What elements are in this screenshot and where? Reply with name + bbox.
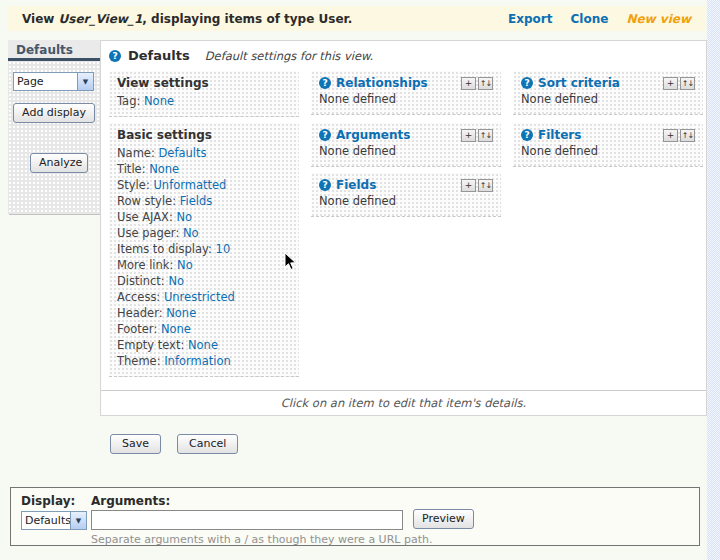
setting-row-theme: Theme: Information (117, 353, 291, 369)
row-style-value-link[interactable]: Fields (180, 194, 213, 208)
clone-link[interactable]: Clone (571, 12, 609, 26)
display-heading-title: Defaults (128, 48, 190, 63)
help-icon[interactable]: ? (109, 50, 121, 62)
sort-criteria-box: ? Sort criteria + ↑↓ None defined (513, 71, 703, 115)
name-value-link[interactable]: Defaults (158, 146, 206, 160)
setting-row-title: Title: None (117, 161, 291, 177)
chevron-down-icon[interactable]: ▼ (77, 73, 93, 90)
header-value-link[interactable]: None (166, 306, 196, 320)
add-icon[interactable]: + (663, 77, 678, 90)
rearrange-icon[interactable]: ↑↓ (478, 129, 493, 142)
add-icon[interactable]: + (461, 129, 476, 142)
add-display-button[interactable]: Add display (13, 103, 95, 123)
arguments-label: Arguments: (91, 494, 170, 508)
use-ajax-value-link[interactable]: No (176, 210, 192, 224)
items-to-display-value-link[interactable]: 10 (216, 242, 231, 256)
view-settings-box: View settings Tag: None (109, 71, 299, 117)
setting-row-header: Header: None (117, 305, 291, 321)
rearrange-icon[interactable]: ↑↓ (680, 129, 695, 142)
footer-value-link[interactable]: None (161, 322, 191, 336)
panel-footer-note: Click on an item to edit that item's det… (101, 390, 706, 415)
header-links: Export Clone New view (508, 12, 691, 26)
style-value-link[interactable]: Unformatted (153, 178, 226, 192)
fields-title-link[interactable]: Fields (336, 178, 376, 192)
more-link-value-link[interactable]: No (177, 258, 193, 272)
fields-box: ? Fields + ↑↓ None defined (311, 173, 501, 217)
arguments-help-text: Separate arguments with a / as though th… (91, 533, 432, 546)
setting-row-use-ajax: Use AJAX: No (117, 209, 291, 225)
form-actions: Save Cancel (110, 434, 238, 454)
export-link[interactable]: Export (508, 12, 552, 26)
setting-row-distinct: Distinct: No (117, 273, 291, 289)
chevron-down-icon[interactable]: ▼ (70, 512, 86, 529)
relationships-title-link[interactable]: Relationships (336, 76, 428, 90)
arguments-title-link[interactable]: Arguments (336, 128, 410, 142)
sort-criteria-title-link[interactable]: Sort criteria (538, 76, 620, 90)
setting-row-use-pager: Use pager: No (117, 225, 291, 241)
save-button[interactable]: Save (110, 434, 161, 454)
setting-row-footer: Footer: None (117, 321, 291, 337)
view-edit-panel: ? Defaults Default settings for this vie… (100, 40, 707, 416)
title-value-link[interactable]: None (149, 162, 179, 176)
relationships-empty: None defined (319, 92, 493, 107)
tab-defaults[interactable]: Defaults (8, 40, 100, 61)
preview-display-select[interactable]: Defaults ▼ (21, 511, 87, 530)
scrollbar[interactable] (707, 0, 720, 560)
rearrange-icon[interactable]: ↑↓ (680, 77, 695, 90)
live-preview-panel: Display: Arguments: Defaults ▼ Preview S… (10, 487, 700, 546)
filters-empty: None defined (521, 144, 695, 159)
setting-row-tag: Tag: None (117, 93, 291, 109)
help-icon[interactable]: ? (319, 129, 331, 141)
filters-box: ? Filters + ↑↓ None defined (513, 123, 703, 167)
preview-display-value: Defaults (22, 514, 70, 527)
preview-button[interactable]: Preview (413, 509, 474, 529)
setting-row-name: Name: Defaults (117, 145, 291, 161)
display-type-value: Page (14, 75, 77, 88)
empty-text-value-link[interactable]: None (188, 338, 218, 352)
arguments-input[interactable] (91, 510, 403, 530)
setting-row-empty-text: Empty text: None (117, 337, 291, 353)
theme-value-link[interactable]: Information (164, 354, 231, 368)
rearrange-icon[interactable]: ↑↓ (478, 179, 493, 192)
fields-empty: None defined (319, 194, 493, 209)
filters-title-link[interactable]: Filters (538, 128, 581, 142)
setting-row-row-style: Row style: Fields (117, 193, 291, 209)
basic-settings-box: Basic settings Name: Defaults Title: Non… (109, 123, 299, 377)
view-settings-title: View settings (117, 76, 291, 90)
use-pager-value-link[interactable]: No (183, 226, 199, 240)
setting-row-access: Access: Unrestricted (117, 289, 291, 305)
display-heading: ? Defaults Default settings for this vie… (101, 41, 706, 69)
cancel-button[interactable]: Cancel (177, 434, 238, 454)
sort-criteria-empty: None defined (521, 92, 695, 107)
add-icon[interactable]: + (461, 179, 476, 192)
tag-value-link[interactable]: None (144, 94, 174, 108)
basic-settings-title: Basic settings (117, 128, 291, 142)
distinct-value-link[interactable]: No (168, 274, 184, 288)
arguments-box: ? Arguments + ↑↓ None defined (311, 123, 501, 167)
add-icon[interactable]: + (663, 129, 678, 142)
display-heading-subtitle: Default settings for this view. (205, 49, 373, 63)
new-view-link[interactable]: New view (626, 12, 691, 26)
setting-row-more-link: More link: No (117, 257, 291, 273)
help-icon[interactable]: ? (521, 129, 533, 141)
view-header-bar: View User_View_1, displaying items of ty… (8, 6, 705, 31)
help-icon[interactable]: ? (319, 77, 331, 89)
display-label: Display: (21, 494, 75, 508)
display-controls: Page ▼ Add display Analyze (8, 61, 100, 214)
arguments-empty: None defined (319, 144, 493, 159)
setting-row-style: Style: Unformatted (117, 177, 291, 193)
add-icon[interactable]: + (461, 77, 476, 90)
page-title: View User_View_1, displaying items of ty… (22, 12, 352, 26)
view-name: User_View_1 (59, 12, 143, 26)
displays-sidebar: Defaults Page ▼ Add display Analyze (8, 40, 100, 214)
help-icon[interactable]: ? (319, 179, 331, 191)
setting-row-items-to-display: Items to display: 10 (117, 241, 291, 257)
analyze-button[interactable]: Analyze (30, 153, 88, 173)
display-type-select[interactable]: Page ▼ (13, 72, 94, 91)
help-icon[interactable]: ? (521, 77, 533, 89)
access-value-link[interactable]: Unrestricted (164, 290, 235, 304)
rearrange-icon[interactable]: ↑↓ (478, 77, 493, 90)
relationships-box: ? Relationships + ↑↓ None defined (311, 71, 501, 115)
